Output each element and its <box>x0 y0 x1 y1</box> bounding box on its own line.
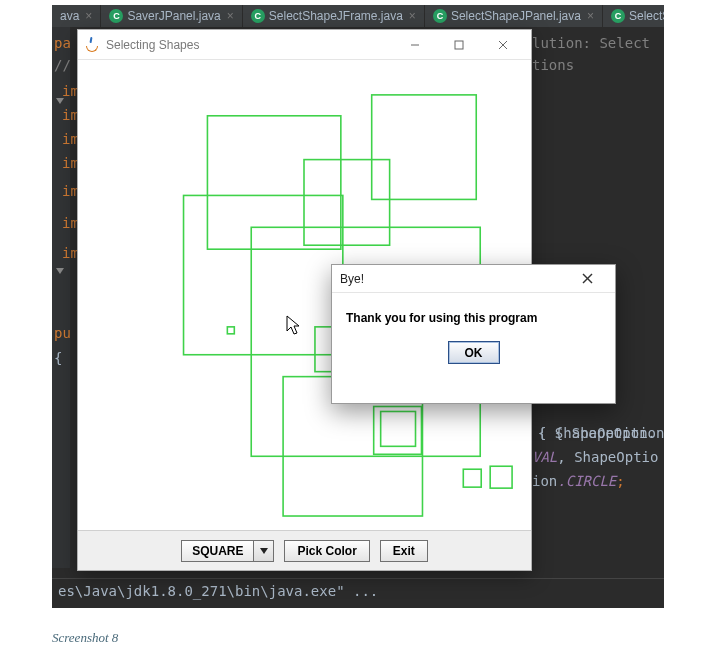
code-text: pa <box>54 35 71 51</box>
shape-select-combo[interactable]: SQUARE <box>181 540 274 562</box>
svg-rect-1 <box>455 41 463 49</box>
ide-tab-label: SelectShapeJPanel.java <box>451 9 581 23</box>
drawn-square <box>227 327 234 334</box>
exit-button[interactable]: Exit <box>380 540 428 562</box>
close-icon <box>582 273 593 284</box>
close-button[interactable] <box>481 31 525 59</box>
button-label: Exit <box>393 544 415 558</box>
java-class-icon: C <box>251 9 265 23</box>
dialog-message: Thank you for using this program <box>332 293 615 333</box>
figure-caption: Screenshot 8 <box>52 630 118 646</box>
button-label: OK <box>465 346 483 360</box>
ide-tab[interactable]: C SelectShapeJFrame.java × <box>243 5 425 27</box>
ide-tab-label: ava <box>60 9 79 23</box>
ide-tab[interactable]: C SaverJPanel.java × <box>101 5 242 27</box>
dialog-titlebar[interactable]: Bye! <box>332 265 615 293</box>
pick-color-button[interactable]: Pick Color <box>284 540 369 562</box>
button-label: Pick Color <box>297 544 356 558</box>
combo-value: SQUARE <box>182 544 253 558</box>
minimize-icon <box>410 40 420 50</box>
drawn-square <box>304 160 390 246</box>
code-text: VAL, ShapeOptio <box>532 449 658 465</box>
java-class-icon: C <box>611 9 625 23</box>
java-icon <box>84 37 100 53</box>
code-text: { <box>54 350 62 366</box>
swing-titlebar[interactable]: Selecting Shapes <box>78 30 531 60</box>
bye-dialog: Bye! Thank you for using this program OK <box>331 264 616 404</box>
tab-close-icon[interactable]: × <box>227 9 234 23</box>
drawn-square <box>490 466 512 488</box>
drawn-square <box>207 116 340 249</box>
code-text: { ShapeOption. <box>538 425 656 441</box>
code-text: lution: Select <box>532 35 650 51</box>
tab-close-icon[interactable]: × <box>85 9 92 23</box>
drawn-square <box>463 469 481 487</box>
dialog-close-button[interactable] <box>567 266 607 292</box>
dialog-button-row: OK <box>332 333 615 376</box>
ide-tab-label: SaverJPanel.java <box>127 9 220 23</box>
console-text: es\Java\jdk1.8.0_271\bin\java.exe" ... <box>58 583 378 599</box>
ide-tab[interactable]: ava × <box>52 5 101 27</box>
chevron-down-icon[interactable] <box>253 541 273 561</box>
tab-close-icon[interactable]: × <box>587 9 594 23</box>
ide-tab[interactable]: C SelectShapeJPanel.java × <box>425 5 603 27</box>
maximize-button[interactable] <box>437 31 481 59</box>
tab-close-icon[interactable]: × <box>409 9 416 23</box>
ide-console[interactable]: es\Java\jdk1.8.0_271\bin\java.exe" ... <box>52 578 664 608</box>
code-text: pu <box>54 325 71 341</box>
close-icon <box>498 40 508 50</box>
drawn-square <box>372 95 477 200</box>
code-text: ion.CIRCLE; <box>532 473 625 489</box>
ide-window: ava × C SaverJPanel.java × C SelectShape… <box>52 5 664 608</box>
drawn-square <box>381 411 416 446</box>
ide-tab[interactable]: C SelectSh <box>603 5 664 27</box>
java-class-icon: C <box>109 9 123 23</box>
ok-button[interactable]: OK <box>448 341 500 364</box>
minimize-button[interactable] <box>393 31 437 59</box>
ide-tab-label: SelectShapeJFrame.java <box>269 9 403 23</box>
ide-tab-label: SelectSh <box>629 9 664 23</box>
maximize-icon <box>454 40 464 50</box>
ide-tab-strip: ava × C SaverJPanel.java × C SelectShape… <box>52 5 664 27</box>
code-text: tions <box>532 57 574 73</box>
swing-window-title: Selecting Shapes <box>106 38 199 52</box>
collapse-icon[interactable] <box>54 265 66 277</box>
java-class-icon: C <box>433 9 447 23</box>
dialog-title: Bye! <box>340 272 364 286</box>
swing-toolbar: SQUARE Pick Color Exit <box>78 530 531 570</box>
code-text: // <box>54 57 71 73</box>
